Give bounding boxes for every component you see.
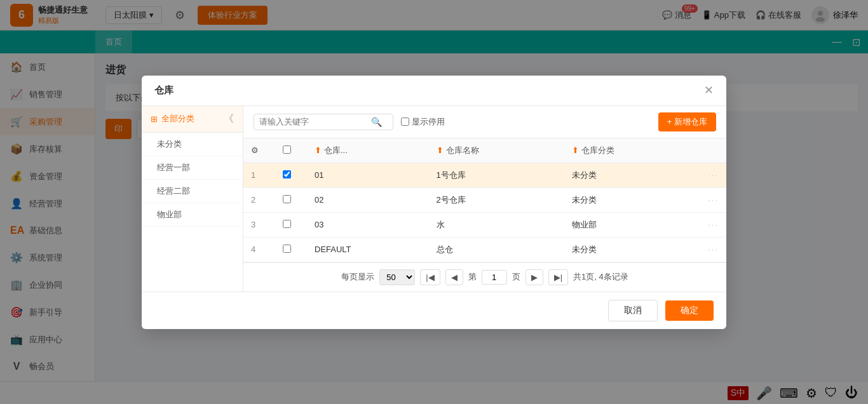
- col-name-label: 仓库名称: [446, 145, 479, 156]
- last-page-btn[interactable]: ▶|: [548, 269, 568, 285]
- page-input[interactable]: [482, 270, 507, 285]
- row-category: 未分类: [564, 163, 700, 187]
- row-more-icon[interactable]: ···: [700, 187, 726, 212]
- modal-header: 仓库 ✕: [142, 76, 726, 106]
- row-code: 01: [307, 163, 429, 187]
- row-checkbox[interactable]: [275, 237, 307, 262]
- sort-icon3: ⬆: [572, 145, 579, 155]
- cat-item-property[interactable]: 物业部: [142, 203, 243, 227]
- modal-body: ⊞ 全部分类 《 未分类 经营一部 经营二部 物业部 🔍: [142, 106, 726, 292]
- row-checkbox[interactable]: [275, 163, 307, 187]
- table-row[interactable]: 4 DEFAULT 总仓 未分类 ···: [243, 237, 726, 262]
- row-more-icon[interactable]: ···: [700, 237, 726, 262]
- sort-icon2: ⬆: [437, 145, 444, 155]
- row-more-icon[interactable]: ···: [700, 163, 726, 187]
- pagination-bar: 每页显示 50 100 |◀ ◀ 第 页 ▶ ▶| 共1页, 4条记录: [243, 262, 726, 292]
- modal-overlay: 仓库 ✕ ⊞ 全部分类 《 未分类 经营一部 经营二部 物业部: [0, 0, 868, 404]
- warehouse-table: ⚙ ⬆ 仓库...: [243, 138, 726, 262]
- sort-icon: ⬆: [315, 145, 322, 155]
- select-all-checkbox[interactable]: [283, 145, 291, 154]
- warehouse-tbody: 1 01 1号仓库 未分类 ··· 2 02 2号仓库 未分类 ··· 3 03…: [243, 163, 726, 262]
- row-checkbox[interactable]: [275, 212, 307, 237]
- warehouse-table-wrap: ⚙ ⬆ 仓库...: [243, 138, 726, 262]
- row-category: 未分类: [564, 187, 700, 212]
- row-name: 总仓: [429, 237, 565, 262]
- page-size-select[interactable]: 50 100: [379, 269, 415, 285]
- search-box: 🔍: [254, 114, 393, 130]
- row-code: DEFAULT: [307, 237, 429, 262]
- th-code: ⬆ 仓库...: [307, 138, 429, 163]
- row-checkbox[interactable]: [275, 187, 307, 212]
- table-header-row: ⚙ ⬆ 仓库...: [243, 138, 726, 163]
- show-disabled-text: 显示停用: [412, 116, 445, 128]
- th-checkbox: [275, 138, 307, 163]
- cat-item-ops2[interactable]: 经营二部: [142, 180, 243, 203]
- row-more-icon[interactable]: ···: [700, 212, 726, 237]
- row-category: 物业部: [564, 212, 700, 237]
- modal-main: 🔍 显示停用 + 新增仓库 ⚙: [243, 106, 726, 292]
- show-disabled-label[interactable]: 显示停用: [401, 116, 445, 128]
- search-input[interactable]: [259, 117, 367, 126]
- add-warehouse-button[interactable]: + 新增仓库: [658, 112, 716, 131]
- col-category-label: 仓库分类: [581, 145, 614, 156]
- close-icon[interactable]: ✕: [704, 84, 714, 96]
- prev-page-btn[interactable]: ◀: [445, 269, 463, 285]
- row-code: 02: [307, 187, 429, 212]
- cancel-button[interactable]: 取消: [608, 300, 658, 321]
- row-name: 1号仓库: [429, 163, 565, 187]
- table-row[interactable]: 3 03 水 物业部 ···: [243, 212, 726, 237]
- modal-actions: 取消 确定: [142, 292, 726, 329]
- next-page-btn[interactable]: ▶: [526, 269, 543, 285]
- modal-title: 仓库: [154, 84, 173, 97]
- th-settings: ⚙: [243, 138, 275, 163]
- all-category-header[interactable]: ⊞ 全部分类 《: [142, 106, 243, 133]
- show-disabled-checkbox[interactable]: [401, 118, 409, 126]
- per-page-label: 每页显示: [341, 271, 374, 283]
- grid-icon: ⊞: [151, 114, 158, 124]
- row-name: 2号仓库: [429, 187, 565, 212]
- page-unit: 页: [512, 271, 520, 283]
- row-num: 4: [243, 237, 275, 262]
- warehouse-modal: 仓库 ✕ ⊞ 全部分类 《 未分类 经营一部 经营二部 物业部: [142, 76, 726, 329]
- page-summary: 共1页, 4条记录: [573, 271, 628, 283]
- row-num: 2: [243, 187, 275, 212]
- col-code-label: 仓库...: [324, 145, 348, 156]
- table-row[interactable]: 2 02 2号仓库 未分类 ···: [243, 187, 726, 212]
- th-category: ⬆ 仓库分类: [564, 138, 700, 163]
- row-num: 3: [243, 212, 275, 237]
- th-actions: [700, 138, 726, 163]
- settings-icon: ⚙: [251, 145, 259, 155]
- cat-item-ops1[interactable]: 经营一部: [142, 156, 243, 180]
- confirm-button[interactable]: 确定: [665, 300, 714, 321]
- category-sidebar: ⊞ 全部分类 《 未分类 经营一部 经营二部 物业部: [142, 106, 243, 292]
- table-row[interactable]: 1 01 1号仓库 未分类 ···: [243, 163, 726, 187]
- collapse-icon[interactable]: 《: [224, 112, 234, 126]
- first-page-btn[interactable]: |◀: [420, 269, 440, 285]
- row-code: 03: [307, 212, 429, 237]
- all-category-label: 全部分类: [161, 113, 194, 125]
- row-name: 水: [429, 212, 565, 237]
- modal-toolbar: 🔍 显示停用 + 新增仓库: [243, 106, 726, 138]
- search-icon[interactable]: 🔍: [371, 117, 382, 127]
- page-label: 第: [468, 271, 477, 283]
- row-num: 1: [243, 163, 275, 187]
- th-name: ⬆ 仓库名称: [429, 138, 565, 163]
- row-category: 未分类: [564, 237, 700, 262]
- cat-item-uncategorized[interactable]: 未分类: [142, 133, 243, 156]
